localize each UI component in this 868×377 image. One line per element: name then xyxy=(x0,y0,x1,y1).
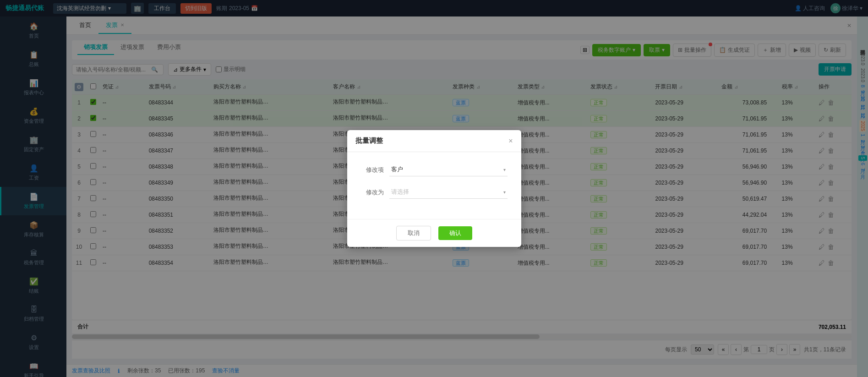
modify-field-row: 修改项 客户 ▾ xyxy=(361,163,508,176)
modify-field-select[interactable]: 客户 ▾ xyxy=(389,163,508,176)
batch-adjust-modal: 批量调整 × 修改项 客户 ▾ 修改为 请选择 ▾ 取消 确认 xyxy=(347,130,521,247)
chevron-down-icon: ▾ xyxy=(503,190,506,195)
modal-close-button[interactable]: × xyxy=(508,137,513,145)
modify-to-row: 修改为 请选择 ▾ xyxy=(361,186,508,199)
modify-to-select[interactable]: 请选择 ▾ xyxy=(389,186,508,199)
modal-footer: 取消 确认 xyxy=(347,219,521,247)
modify-field-label: 修改项 xyxy=(361,166,384,174)
modal-body: 修改项 客户 ▾ 修改为 请选择 ▾ xyxy=(347,152,521,219)
cancel-button[interactable]: 取消 xyxy=(396,226,431,240)
modal-overlay[interactable]: 批量调整 × 修改项 客户 ▾ 修改为 请选择 ▾ 取消 确认 xyxy=(0,0,868,377)
chevron-down-icon: ▾ xyxy=(503,167,506,172)
modal-header: 批量调整 × xyxy=(347,130,521,152)
modal-title: 批量调整 xyxy=(355,137,383,145)
modify-to-label: 修改为 xyxy=(361,188,384,197)
confirm-button[interactable]: 确认 xyxy=(438,226,472,240)
